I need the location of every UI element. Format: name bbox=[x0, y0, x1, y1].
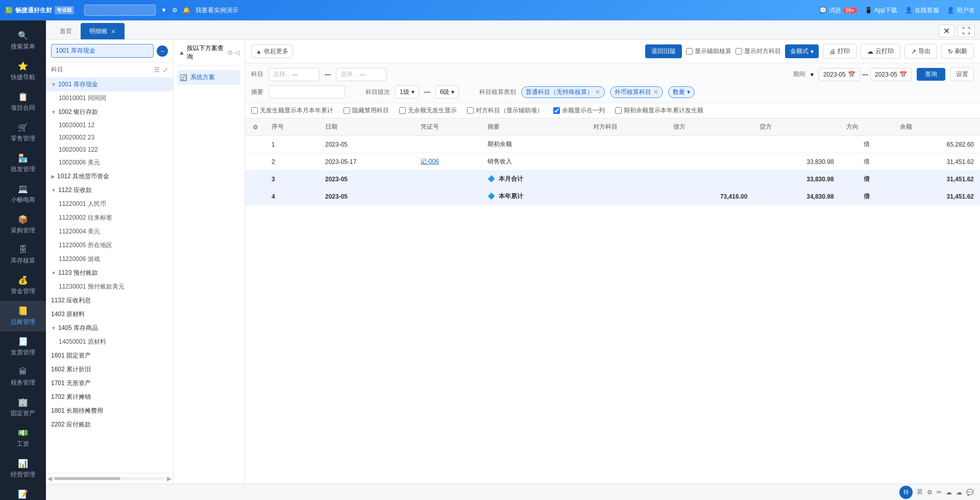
sidebar-item-contract[interactable]: 📋 项目合同 bbox=[0, 87, 46, 117]
tree-item-11220002[interactable]: 11220002 往来标签 bbox=[46, 211, 173, 225]
online-service-btn[interactable]: 👤 在线客服 bbox=[905, 6, 939, 15]
sidebar-item-purchase[interactable]: 📦 采购管理 bbox=[0, 209, 46, 240]
tab-close-icon[interactable]: ✕ bbox=[111, 28, 116, 35]
toolbar-icon-1[interactable]: ⚙ bbox=[927, 489, 933, 496]
tree-item-11220001[interactable]: 11220001 人民币 bbox=[46, 197, 173, 211]
floating-btn[interactable]: 转 bbox=[899, 486, 913, 499]
refresh-btn[interactable]: ↻ 刷新 bbox=[941, 44, 974, 59]
ellipsis-icon[interactable]: ··· bbox=[292, 71, 298, 78]
sidebar-item-invoice[interactable]: 🧾 发票管理 bbox=[0, 331, 46, 362]
sidebar-item-retail[interactable]: 🛒 零售管理 bbox=[0, 117, 46, 148]
level-end-select[interactable]: 6级 ▾ bbox=[435, 85, 459, 99]
tree-item-1702[interactable]: 1702 累计摊销 bbox=[46, 390, 173, 404]
tag-foreign-close[interactable]: ✕ bbox=[653, 88, 658, 96]
sidebar-item-sales-report[interactable]: 📝 小畅报销 bbox=[0, 484, 46, 500]
show-contra-checkbox[interactable]: 显示对方科目 bbox=[736, 47, 781, 56]
sidebar-item-inventory[interactable]: 🗄 库存核算 bbox=[0, 240, 46, 270]
scroll-right-btn[interactable]: ▶ bbox=[167, 475, 172, 482]
scroll-left-btn[interactable]: ◀ bbox=[47, 475, 52, 482]
settings-btn[interactable]: 设置 bbox=[950, 67, 974, 81]
tree-item-11220005[interactable]: 11220005 所在地区 bbox=[46, 239, 173, 252]
sidebar-item-capital[interactable]: 💰 资金管理 bbox=[0, 270, 46, 301]
period-dropdown-icon[interactable]: ▾ bbox=[811, 71, 814, 78]
tree-item-1123[interactable]: ▼ 1123 预付账款 bbox=[46, 266, 173, 280]
tree-item-1012[interactable]: ▶ 1012 其他货币资金 bbox=[46, 170, 173, 183]
sidebar-item-tax[interactable]: 🏛 税务管理 bbox=[0, 362, 46, 392]
toolbar-icon-2[interactable]: ✏ bbox=[937, 489, 942, 496]
opt-hide-disabled-input[interactable] bbox=[344, 107, 350, 114]
list-view-icon[interactable]: ☰ bbox=[154, 66, 160, 74]
tree-item-1405[interactable]: ▼ 1405 库存商品 bbox=[46, 321, 173, 335]
voucher-link[interactable]: 记-006 bbox=[421, 158, 439, 165]
period-end-input[interactable]: 2023-05 📅 bbox=[870, 68, 912, 81]
period-start-input[interactable]: 2023-05 📅 bbox=[819, 68, 860, 81]
opt-balance-one-col[interactable]: 余额显示在一列 bbox=[553, 106, 605, 115]
export-btn[interactable]: ↗ 导出 bbox=[904, 44, 937, 59]
tree-item-10020002[interactable]: 10020002 23 bbox=[46, 131, 173, 144]
tree-item-1601[interactable]: 1601 固定资产 bbox=[46, 349, 173, 363]
tree-item-11220004[interactable]: 11220004 美元 bbox=[46, 225, 173, 239]
opt-no-occur[interactable]: 无发生额显示本月本年累计 bbox=[251, 106, 333, 115]
toolbar-icon-3[interactable]: ☁ bbox=[946, 489, 952, 496]
query-option-system[interactable]: 🔄 系统方案 bbox=[178, 70, 240, 85]
opt-no-balance[interactable]: 无余额无发生显示 bbox=[399, 106, 457, 115]
query-help-icon[interactable]: ⊙ bbox=[228, 49, 233, 56]
tree-item-1602[interactable]: 1602 累计折旧 bbox=[46, 363, 173, 376]
opt-balance-one-col-input[interactable] bbox=[553, 107, 560, 114]
cloud-print-btn[interactable]: ☁ 云打印 bbox=[861, 44, 900, 59]
show-contra-input[interactable] bbox=[736, 48, 742, 55]
opt-contra-aux[interactable]: 对方科目（显示辅助项） bbox=[467, 106, 543, 115]
top-search-input[interactable] bbox=[84, 5, 156, 16]
opt-period-balance-input[interactable] bbox=[615, 107, 622, 114]
level-start-select[interactable]: 1级 ▾ bbox=[395, 85, 419, 99]
subject-select[interactable]: 选择... ··· bbox=[268, 68, 320, 81]
opt-contra-aux-input[interactable] bbox=[467, 107, 474, 114]
user-menu[interactable]: 👤 用户名 bbox=[947, 6, 975, 15]
print-btn[interactable]: 🖨 打印 bbox=[823, 44, 856, 59]
tab-home[interactable]: 首页 bbox=[51, 23, 81, 39]
demo-label[interactable]: 我要看实例演示 bbox=[195, 6, 238, 15]
dropdown-icon[interactable]: ▼ bbox=[161, 7, 167, 14]
ellipsis2-icon[interactable]: ··· bbox=[360, 71, 365, 78]
opt-no-balance-input[interactable] bbox=[399, 107, 406, 114]
tree-item-1132[interactable]: 1132 应收利息 bbox=[46, 294, 173, 307]
return-old-btn[interactable]: 退回旧版 bbox=[645, 44, 682, 58]
sidebar-item-wholesale[interactable]: 🏪 批发管理 bbox=[0, 148, 46, 179]
sidebar-item-operation[interactable]: 📊 经营管理 bbox=[0, 454, 46, 484]
tree-item-10010001[interactable]: 10010001 同同同 bbox=[46, 91, 173, 105]
opt-period-balance[interactable]: 期初余额显示本年累计发生额 bbox=[615, 106, 703, 115]
tree-item-11220006[interactable]: 11220006 游戏 bbox=[46, 252, 173, 266]
account-navigate-btn[interactable]: → bbox=[157, 45, 168, 57]
tree-item-1001[interactable]: ▼ 1001 库存现金 bbox=[46, 78, 173, 91]
app-download-btn[interactable]: 📱 App下载 bbox=[865, 6, 897, 15]
tag-qty[interactable]: 数量 ▾ bbox=[668, 86, 695, 98]
show-aux-checkbox[interactable]: 显示辅助核算 bbox=[686, 47, 731, 56]
tree-item-1701[interactable]: 1701 无形资产 bbox=[46, 376, 173, 390]
query-close-icon[interactable]: ◁ bbox=[235, 49, 239, 56]
query-btn[interactable]: 查询 bbox=[917, 68, 945, 81]
maximize-btn[interactable]: ⛶ bbox=[958, 25, 975, 37]
subject-end-select[interactable]: 选择... ··· bbox=[336, 68, 387, 81]
sidebar-item-ledger[interactable]: 📒 总账管理 bbox=[0, 301, 46, 331]
tree-item-11230001[interactable]: 11230001 预付账款美元 bbox=[46, 280, 173, 294]
sidebar-item-shortcut[interactable]: ⭐ 快捷导航 bbox=[0, 56, 46, 87]
expand-icon[interactable]: ⤢ bbox=[163, 66, 168, 74]
tree-item-1403[interactable]: 1403 原材料 bbox=[46, 307, 173, 321]
tree-item-1122[interactable]: ▼ 1122 应收款 bbox=[46, 183, 173, 197]
tree-item-10020003[interactable]: 10020003 122 bbox=[46, 144, 173, 156]
collapse-btn[interactable]: ▲ bbox=[179, 49, 185, 56]
amount-format-btn[interactable]: 金额式 ▾ bbox=[785, 44, 819, 58]
tag-normal-close[interactable]: ✕ bbox=[595, 88, 600, 96]
show-aux-input[interactable] bbox=[686, 48, 693, 55]
summary-input[interactable] bbox=[268, 85, 345, 99]
tree-item-10020001[interactable]: 10020001 12 bbox=[46, 119, 173, 131]
lang-btn[interactable]: 英 bbox=[917, 488, 923, 496]
opt-hide-disabled[interactable]: 隐藏禁用科目 bbox=[344, 106, 389, 115]
gear-icon[interactable]: ⚙ bbox=[172, 7, 178, 14]
tree-item-14050001[interactable]: 14050001 原材料 bbox=[46, 335, 173, 349]
opt-no-occur-input[interactable] bbox=[251, 107, 258, 114]
tree-item-1801[interactable]: 1801 长期待摊费用 bbox=[46, 404, 173, 418]
tree-item-10020006[interactable]: 10020006 美元 bbox=[46, 156, 173, 170]
message-btn[interactable]: 💬 消息 99+ bbox=[819, 6, 857, 15]
close-window-btn[interactable]: ✕ bbox=[939, 25, 954, 37]
